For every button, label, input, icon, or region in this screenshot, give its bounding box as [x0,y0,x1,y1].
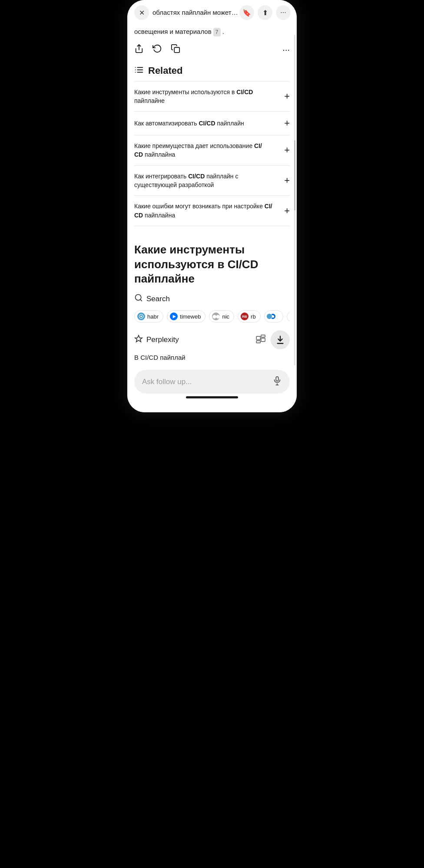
home-indicator [134,394,290,402]
svg-rect-15 [256,336,260,340]
source-chip-habr[interactable]: habr [134,310,163,322]
related-item-text: Как автоматизировать CI/CD пайплайн [134,119,284,128]
action-toolbar: ··· [134,39,290,59]
svg-rect-21 [276,377,278,381]
top-bar-right: 🔖 ⬆ ··· [239,5,291,20]
add-icon-5[interactable]: + [284,205,290,217]
add-icon-1[interactable]: + [284,91,290,102]
related-item-text: Как интегрировать CI/CD пайплайн с сущес… [134,172,284,190]
inline-badge: 7 [213,28,221,36]
source-chip-multi[interactable] [264,310,283,322]
related-item[interactable]: Какие ошибки могут возникать при настрой… [134,196,290,226]
home-bar [186,396,238,398]
perplexity-row: Perplexity [134,330,290,354]
svg-marker-12 [172,315,176,318]
share-icon[interactable] [134,44,144,56]
search-icon [134,293,143,304]
close-button[interactable]: ✕ [134,5,149,20]
source-chip-rb[interactable]: RB rb [238,310,261,322]
perplexity-left: Perplexity [134,335,179,345]
svg-rect-17 [261,338,265,342]
refresh-icon[interactable] [152,44,162,56]
perplexity-right [256,330,290,349]
content-area: освещения и материалов 7 . [127,23,297,365]
svg-rect-16 [261,335,265,337]
top-bar-left: ✕ областях пайплайн может включать этапы… [134,5,239,20]
related-icon [134,65,144,77]
source-label-nic: nic [222,313,229,320]
related-title: Related [148,65,182,76]
svg-rect-18 [256,341,260,343]
bookmark-button[interactable]: 🔖 [239,5,254,20]
bottom-bar: Ask follow up... [127,365,297,412]
perplexity-label: Perplexity [146,335,179,344]
copy-icon[interactable] [171,44,180,56]
search-label: Search [146,295,170,303]
perplexity-icon [134,335,143,345]
main-question-heading: Какие инструменты используются в CI/CD п… [134,238,290,293]
download-button[interactable] [271,330,290,349]
source-avatar-timeweb [170,312,178,320]
share-button-top[interactable]: ⬆ [258,5,272,20]
source-chip-timeweb[interactable]: timeweb [167,310,205,322]
source-label-habr: habr [147,313,159,320]
svg-rect-1 [174,47,179,53]
more-icon-toolbar[interactable]: ··· [282,45,290,55]
top-bar-text: областях пайплайн может включать этапы с… [152,9,239,16]
source-avatar-rb: RB [241,312,248,320]
source-label-rb: rb [251,313,256,320]
bottom-preview-text: В CI/CD пайплай [134,354,290,365]
gallery-icon[interactable] [256,335,266,345]
add-icon-2[interactable]: + [284,118,290,129]
related-header: Related [134,59,290,81]
add-icon-3[interactable]: + [284,145,290,156]
more-button-top[interactable]: ··· [276,5,291,20]
intro-text: освещения и материалов 7 . [134,23,290,39]
add-icon-4[interactable]: + [284,175,290,186]
action-toolbar-left [134,44,180,56]
top-bar: ✕ областях пайплайн может включать этапы… [127,0,297,23]
related-item-text: Какие ошибки могут возникать при настрой… [134,202,284,220]
source-avatar-nic: ⬤⬤ [212,312,220,320]
related-list: Какие инструменты используются в CI/CD п… [134,81,290,226]
search-row: Search [134,293,290,310]
scroll-indicator [294,35,295,386]
source-chip-nic[interactable]: ⬤⬤ nic [209,310,234,322]
related-item-text: Какие инструменты используются в CI/CD п… [134,88,284,105]
source-avatar-multi [266,312,278,320]
related-item-text: Какие преимущества дает использование CI… [134,141,284,159]
related-item[interactable]: Какие инструменты используются в CI/CD п… [134,82,290,112]
related-item[interactable]: Какие преимущества дает использование CI… [134,135,290,166]
related-item[interactable]: Как интегрировать CI/CD пайплайн с сущес… [134,166,290,196]
scroll-thumb [294,140,295,210]
source-chips: habr timeweb ⬤⬤ nic RB r [134,310,290,330]
source-label-timeweb: timeweb [180,313,201,320]
svg-point-11 [140,316,142,317]
related-item[interactable]: Как автоматизировать CI/CD пайплайн + [134,112,290,135]
source-chip-more[interactable]: +4 more [287,311,290,322]
mic-icon[interactable] [272,376,282,388]
ask-input[interactable]: Ask follow up... [134,370,290,394]
source-avatar-habr [137,312,145,320]
svg-line-9 [140,299,142,301]
ask-placeholder: Ask follow up... [142,378,192,386]
